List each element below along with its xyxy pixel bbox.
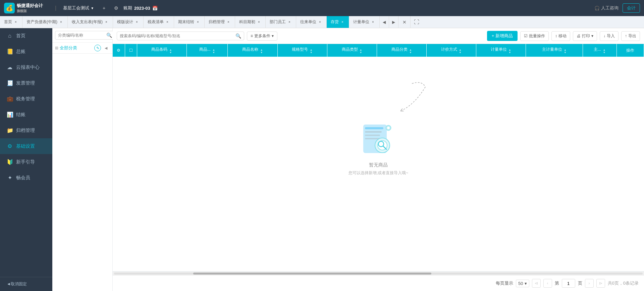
tab-dept[interactable]: 部门员工 × xyxy=(266,16,296,28)
filter-button[interactable]: ≡ 更多条件 ▾ xyxy=(247,32,277,41)
sidebar-item-guide[interactable]: 🔰 新手引导 xyxy=(0,154,52,170)
tab-income-label: 收入支出表(年报) xyxy=(72,19,103,25)
tab-taxlist[interactable]: 税表清单 × xyxy=(144,16,174,28)
tab-balance-close[interactable]: × xyxy=(59,20,63,25)
col-type[interactable]: 商品类型 ▲▼ xyxy=(327,44,377,57)
item-search-input[interactable] xyxy=(120,34,234,38)
page-first-button[interactable]: ⊲ xyxy=(532,279,541,288)
tab-contact-close[interactable]: × xyxy=(318,20,322,25)
ledger-icon: 📒 xyxy=(7,48,13,55)
sidebar-item-settings[interactable]: ⚙ 基础设置 xyxy=(0,138,52,154)
new-item-button[interactable]: + 新增商品 xyxy=(487,31,518,41)
tab-income-close[interactable]: × xyxy=(104,20,109,25)
move-button[interactable]: ↕ 移动 xyxy=(551,31,570,41)
col-code[interactable]: 商品... ▲▼ xyxy=(186,44,228,57)
tab-contact[interactable]: 往来单位 × xyxy=(296,16,327,28)
add-tab-button[interactable]: + xyxy=(99,3,109,13)
tab-closing-close[interactable]: × xyxy=(196,20,200,25)
tab-inventory[interactable]: 存货 × xyxy=(327,16,349,28)
tab-balance[interactable]: 资产负债表(中期) × xyxy=(22,16,68,28)
item-search-box: 🔍 xyxy=(117,32,244,40)
calendar-icon[interactable]: 📅 xyxy=(152,6,158,11)
import-button[interactable]: ↓ 导入 xyxy=(600,31,619,41)
col-extra[interactable]: 主... ▲▼ xyxy=(583,44,616,57)
batch-ops-button[interactable]: ☑ 批量操作 xyxy=(520,31,549,41)
edit-category-button[interactable]: ✎ xyxy=(94,45,101,51)
page-prev-button[interactable]: ‹ xyxy=(543,279,552,288)
scrollbar-thumb[interactable] xyxy=(193,273,431,275)
col-unit[interactable]: 计量单位 ▲▼ xyxy=(476,44,526,57)
page-next-button[interactable]: › xyxy=(585,279,594,288)
sidebar-item-archive[interactable]: 📁 归档管理 xyxy=(0,123,52,138)
service-button[interactable]: 🎧 人工咨询 xyxy=(594,5,619,11)
category-search-input[interactable] xyxy=(58,33,105,38)
all-category-item[interactable]: 全部分类 xyxy=(60,45,93,51)
tab-home-close[interactable]: × xyxy=(13,20,18,25)
tab-template-close[interactable]: × xyxy=(135,20,139,25)
page-last-button[interactable]: ⊳ xyxy=(596,279,605,288)
col-settings[interactable]: ⚙ xyxy=(113,44,125,57)
app-logo: 💰 畅捷通好会计 旗舰版 xyxy=(4,3,51,13)
col-ops[interactable]: 操作 xyxy=(616,44,644,57)
tab-template-label: 模版设计 xyxy=(117,19,133,25)
tab-home[interactable]: 首页 × xyxy=(0,16,22,28)
unpin-button[interactable]: ◄取消固定 xyxy=(0,277,52,291)
collapse-panel-button[interactable]: ◄ xyxy=(102,45,110,51)
tab-archive[interactable]: 归档管理 × xyxy=(205,16,235,28)
tab-next-button[interactable]: ▶ xyxy=(389,16,398,28)
print-button[interactable]: 🖨 打印 ▾ xyxy=(573,31,597,41)
sidebar-item-tax[interactable]: 💼 税务管理 xyxy=(0,91,52,107)
tab-dept-label: 部门员工 xyxy=(270,19,286,25)
sidebar-item-ledger[interactable]: 📒 总账 xyxy=(0,44,52,59)
sidebar-item-member[interactable]: ✦ 畅会员 xyxy=(0,170,52,186)
svg-rect-3 xyxy=(365,135,380,136)
export-icon: ↑ xyxy=(625,34,627,38)
col-name[interactable]: 商品名称 ▲▼ xyxy=(228,44,277,57)
sidebar-item-tax-label: 税务管理 xyxy=(16,96,35,102)
svg-rect-1 xyxy=(365,127,383,129)
sidebar-item-guide-label: 新手引导 xyxy=(16,159,35,165)
sidebar-item-home[interactable]: ⌂ 首页 xyxy=(0,28,52,44)
category-search-icon[interactable]: 🔍 xyxy=(106,33,112,38)
item-search-icon[interactable]: 🔍 xyxy=(235,33,241,39)
tab-taxlist-close[interactable]: × xyxy=(165,20,170,25)
sidebar-item-reports[interactable]: ☁ 云报表中心 xyxy=(0,59,52,75)
tab-unit-close[interactable]: × xyxy=(371,20,375,25)
headset-icon: 🎧 xyxy=(594,6,600,11)
col-price-method[interactable]: 计价方式 ▲▼ xyxy=(426,44,476,57)
tab-unit[interactable]: 计量单位 × xyxy=(349,16,380,28)
tab-prev-button[interactable]: ◀ xyxy=(380,16,389,28)
col-main-unit[interactable]: 主计量单位 ▲▼ xyxy=(526,44,583,57)
batch-ops-label: 批量操作 xyxy=(529,33,545,39)
col-checkbox[interactable]: ☐ xyxy=(125,44,137,57)
company-selector[interactable]: 基层工会测试 ▼ xyxy=(60,4,97,12)
sidebar-item-checkout[interactable]: 📊 结账 xyxy=(0,107,52,123)
sidebar-item-invoice[interactable]: 🧾 发票管理 xyxy=(0,75,52,91)
tab-archive-close[interactable]: × xyxy=(226,20,231,25)
export-button[interactable]: ↑ 导出 xyxy=(621,31,640,41)
sidebar-item-settings-label: 基础设置 xyxy=(16,143,35,149)
col-spec[interactable]: 规格型号 ▲▼ xyxy=(277,44,327,57)
tab-closing[interactable]: 期末结转 × xyxy=(174,16,205,28)
settings-button[interactable]: ⚙ xyxy=(111,3,121,13)
content-area: 🔍 ⊞ 全部分类 ✎ ◄ 🔍 xyxy=(52,28,644,291)
tab-inventory-close[interactable]: × xyxy=(340,20,345,25)
tab-income[interactable]: 收入支出表(年报) × xyxy=(68,16,113,28)
filter-arrow-icon: ▾ xyxy=(272,34,274,38)
account-button[interactable]: 会计 xyxy=(623,3,640,13)
tab-dept-close[interactable]: × xyxy=(287,20,292,25)
tab-expand-button[interactable]: ⛶ xyxy=(411,16,423,28)
tab-subject[interactable]: 科目期初 × xyxy=(235,16,266,28)
print-icon: 🖨 xyxy=(577,34,581,38)
per-page-select[interactable]: 50 ▾ xyxy=(516,280,529,287)
page-input[interactable] xyxy=(562,279,575,288)
tab-template[interactable]: 模版设计 × xyxy=(113,16,144,28)
tab-subject-close[interactable]: × xyxy=(257,20,261,25)
tab-close-all-button[interactable]: ✕ xyxy=(398,16,411,28)
col-barcode[interactable]: 商品条码 ▲▼ xyxy=(137,44,186,57)
horizontal-scrollbar[interactable] xyxy=(113,271,644,275)
invoice-icon: 🧾 xyxy=(7,80,13,86)
col-category[interactable]: 商品分类 ▲▼ xyxy=(377,44,426,57)
items-table: ⚙ ☐ 商品条码 ▲▼ 商品... ▲▼ 商品名称 ▲▼ xyxy=(113,44,644,57)
guide-icon: 🔰 xyxy=(7,159,13,165)
